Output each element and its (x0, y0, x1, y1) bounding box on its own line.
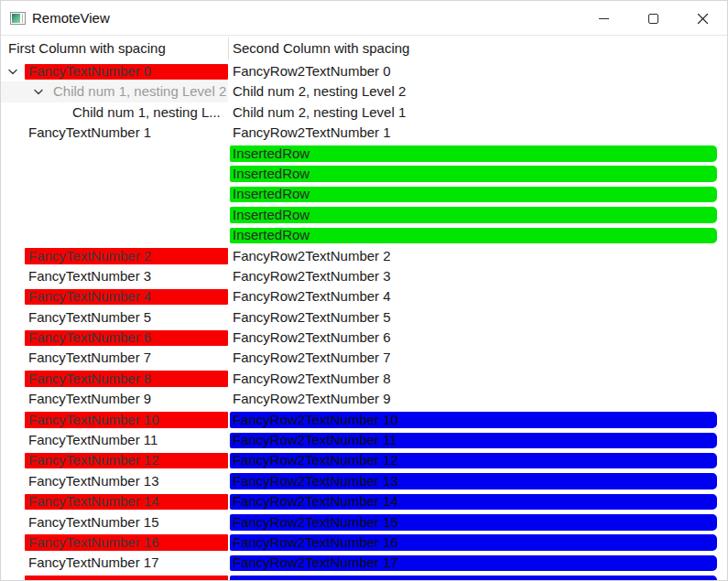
value-cell-label: InsertedRow (233, 164, 310, 184)
minimize-button[interactable] (579, 1, 628, 36)
value-cell[interactable]: FancyRow2TextNumber 6 (228, 328, 727, 348)
value-cell[interactable]: FancyRow2TextNumber 10 (228, 410, 727, 430)
tree-cell[interactable]: FancyTextNumber 4 (1, 286, 228, 307)
tree-cell[interactable]: FancyTextNumber 10 (1, 410, 228, 430)
tree-cell[interactable] (1, 574, 228, 580)
window-controls (579, 1, 727, 36)
table-row[interactable] (1, 574, 727, 580)
tree-cell[interactable]: FancyTextNumber 0 (1, 61, 228, 81)
table-row[interactable]: FancyTextNumber 7FancyRow2TextNumber 7 (1, 348, 727, 368)
table-row[interactable]: InsertedRow (1, 164, 727, 184)
value-cell[interactable]: FancyRow2TextNumber 13 (228, 471, 727, 491)
table-row[interactable]: FancyTextNumber 0FancyRow2TextNumber 0 (1, 61, 727, 81)
value-cell[interactable]: FancyRow2TextNumber 1 (228, 123, 727, 143)
tree-cell[interactable] (1, 144, 228, 164)
value-cell-label: InsertedRow (233, 205, 310, 225)
tree-cell-label: Child num 1, nesting Level 2 (53, 81, 226, 102)
value-cell-label: InsertedRow (233, 184, 310, 204)
table-row[interactable]: FancyTextNumber 2FancyRow2TextNumber 2 (1, 246, 727, 266)
table-row[interactable]: FancyTextNumber 10FancyRow2TextNumber 10 (1, 410, 727, 430)
column-header-second[interactable]: Second Column with spacing (233, 36, 409, 60)
value-cell[interactable]: FancyRow2TextNumber 3 (228, 266, 727, 286)
tree-cell[interactable]: FancyTextNumber 17 (1, 553, 228, 573)
tree-cell-label: FancyTextNumber 5 (28, 307, 151, 328)
table-row[interactable]: FancyTextNumber 14FancyRow2TextNumber 14 (1, 491, 727, 511)
title-bar[interactable]: RemoteView (1, 1, 727, 36)
tree-cell[interactable] (1, 225, 228, 245)
chevron-down-icon[interactable] (34, 89, 43, 95)
value-cell-label: FancyRow2TextNumber 4 (233, 286, 391, 307)
column-header-first[interactable]: First Column with spacing (8, 36, 166, 60)
table-row[interactable]: FancyTextNumber 4FancyRow2TextNumber 4 (1, 286, 727, 307)
value-cell[interactable]: FancyRow2TextNumber 14 (228, 491, 727, 511)
chevron-down-icon[interactable] (8, 69, 17, 75)
tree-cell[interactable] (1, 205, 228, 225)
value-cell[interactable]: InsertedRow (228, 225, 727, 245)
value-cell[interactable]: FancyRow2TextNumber 4 (228, 286, 727, 307)
table-row[interactable]: FancyTextNumber 17FancyRow2TextNumber 17 (1, 553, 727, 573)
value-cell[interactable]: FancyRow2TextNumber 16 (228, 533, 727, 553)
table-row[interactable]: InsertedRow (1, 144, 727, 164)
column-divider[interactable] (228, 38, 229, 59)
tree-cell[interactable]: FancyTextNumber 13 (1, 471, 228, 491)
value-cell[interactable]: FancyRow2TextNumber 2 (228, 246, 727, 266)
table-row[interactable]: InsertedRow (1, 184, 727, 204)
tree-cell[interactable]: FancyTextNumber 5 (1, 307, 228, 328)
table-row[interactable]: Child num 1, nesting L...Child num 2, ne… (1, 102, 727, 123)
value-cell[interactable]: InsertedRow (228, 164, 727, 184)
value-cell[interactable]: FancyRow2TextNumber 8 (228, 369, 727, 389)
value-cell[interactable]: FancyRow2TextNumber 11 (228, 430, 727, 450)
tree-cell[interactable]: FancyTextNumber 16 (1, 533, 228, 553)
table-row[interactable]: Child num 1, nesting Level 2Child num 2,… (1, 81, 727, 102)
table-row[interactable]: FancyTextNumber 16FancyRow2TextNumber 16 (1, 533, 727, 553)
value-cell[interactable]: FancyRow2TextNumber 5 (228, 307, 727, 328)
table-row[interactable]: FancyTextNumber 5FancyRow2TextNumber 5 (1, 307, 727, 328)
tree-cell[interactable]: FancyTextNumber 9 (1, 389, 228, 409)
table-row[interactable]: FancyTextNumber 11FancyRow2TextNumber 11 (1, 430, 727, 450)
value-cell[interactable]: InsertedRow (228, 205, 727, 225)
close-button[interactable] (678, 1, 727, 36)
maximize-button[interactable] (628, 1, 678, 36)
column-header: First Column with spacing Second Column … (1, 36, 727, 61)
table-row[interactable]: FancyTextNumber 3FancyRow2TextNumber 3 (1, 266, 727, 286)
tree-cell[interactable]: FancyTextNumber 6 (1, 328, 228, 348)
tree-cell[interactable]: FancyTextNumber 2 (1, 246, 228, 266)
tree-cell[interactable] (1, 184, 228, 204)
table-row[interactable]: FancyTextNumber 1FancyRow2TextNumber 1 (1, 123, 727, 143)
value-cell-label: Child num 2, nesting Level 1 (233, 102, 406, 123)
tree-cell[interactable]: FancyTextNumber 3 (1, 266, 228, 286)
value-cell[interactable]: FancyRow2TextNumber 9 (228, 389, 727, 409)
value-cell[interactable]: FancyRow2TextNumber 0 (228, 61, 727, 81)
tree-cell[interactable]: FancyTextNumber 1 (1, 123, 228, 143)
value-cell[interactable]: InsertedRow (228, 144, 727, 164)
value-cell[interactable]: FancyRow2TextNumber 17 (228, 553, 727, 573)
tree-cell[interactable]: FancyTextNumber 7 (1, 348, 228, 368)
table-row[interactable]: FancyTextNumber 9FancyRow2TextNumber 9 (1, 389, 727, 409)
table-row[interactable]: FancyTextNumber 15FancyRow2TextNumber 15 (1, 512, 727, 533)
tree-cell[interactable]: FancyTextNumber 11 (1, 430, 228, 450)
value-cell[interactable]: FancyRow2TextNumber 15 (228, 512, 727, 533)
app-icon (10, 12, 26, 25)
tree-cell[interactable]: FancyTextNumber 12 (1, 450, 228, 470)
table-row[interactable]: FancyTextNumber 12FancyRow2TextNumber 12 (1, 450, 727, 470)
table-row[interactable]: FancyTextNumber 8FancyRow2TextNumber 8 (1, 369, 727, 389)
tree-cell[interactable] (1, 164, 228, 184)
table-row[interactable]: InsertedRow (1, 205, 727, 225)
value-cell[interactable] (228, 574, 727, 580)
value-cell[interactable]: FancyRow2TextNumber 12 (228, 450, 727, 470)
tree-cell[interactable]: Child num 1, nesting Level 2 (1, 81, 228, 102)
tree-cell[interactable]: Child num 1, nesting L... (1, 102, 228, 123)
value-cell[interactable]: Child num 2, nesting Level 2 (228, 81, 727, 102)
value-cell[interactable]: InsertedRow (228, 184, 727, 204)
tree-cell-label: FancyTextNumber 0 (28, 61, 151, 81)
value-cell-label: FancyRow2TextNumber 17 (233, 553, 398, 573)
table-row[interactable]: InsertedRow (1, 225, 727, 245)
maximize-icon (648, 14, 658, 24)
tree-cell[interactable]: FancyTextNumber 8 (1, 369, 228, 389)
value-cell[interactable]: FancyRow2TextNumber 7 (228, 348, 727, 368)
table-row[interactable]: FancyTextNumber 13FancyRow2TextNumber 13 (1, 471, 727, 491)
value-cell[interactable]: Child num 2, nesting Level 1 (228, 102, 727, 123)
table-row[interactable]: FancyTextNumber 6FancyRow2TextNumber 6 (1, 328, 727, 348)
tree-cell[interactable]: FancyTextNumber 15 (1, 512, 228, 533)
tree-cell[interactable]: FancyTextNumber 14 (1, 491, 228, 511)
